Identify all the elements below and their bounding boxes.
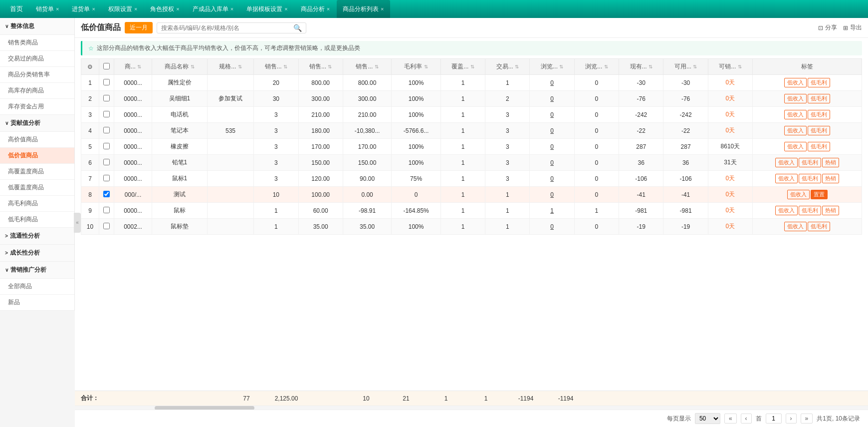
nav-sales[interactable]: 销货单×: [30, 0, 65, 18]
next-page-button[interactable]: ›: [786, 414, 797, 424]
sidebar-item-high-value[interactable]: 高价值商品: [0, 132, 74, 148]
nav-product-analysis-list[interactable]: 商品分析列表×: [337, 0, 390, 18]
close-icon[interactable]: ×: [381, 6, 384, 12]
col-header-available[interactable]: 可用... ⇅: [663, 59, 708, 75]
col-header-current[interactable]: 现有... ⇅: [619, 59, 663, 75]
product-tags: 低收入低毛利: [753, 219, 862, 235]
nav-template-settings[interactable]: 单据模板设置×: [240, 0, 293, 18]
sidebar-item-low-margin[interactable]: 低毛利商品: [0, 212, 74, 228]
row-checkbox[interactable]: [103, 175, 110, 181]
sidebar-section-marketing[interactable]: ∨ 营销推广分析: [0, 262, 74, 279]
footer-col2: 2,125.00: [266, 395, 306, 402]
product-code: 0000...: [114, 139, 152, 155]
sidebar-item-high-coverage[interactable]: 高覆盖度商品: [0, 164, 74, 180]
nav-product-inbound[interactable]: 产成品入库单×: [187, 0, 239, 18]
page-input[interactable]: [766, 414, 782, 424]
sidebar-item-high-margin[interactable]: 高毛利商品: [0, 196, 74, 212]
row-checkbox-cell: [99, 107, 114, 123]
close-icon[interactable]: ×: [327, 6, 330, 12]
gross-margin: 100%: [392, 75, 441, 91]
nav-permissions[interactable]: 权限设置×: [102, 0, 143, 18]
sidebar-section-contribution[interactable]: ∨ 贡献值分析: [0, 115, 74, 132]
share-button[interactable]: ⊡ 分享: [818, 23, 837, 32]
row-checkbox[interactable]: [103, 127, 110, 133]
view-link[interactable]: 1: [550, 207, 554, 214]
search-box: 🔍: [157, 22, 306, 33]
page-size-select[interactable]: 50 100 200: [695, 413, 720, 424]
sidebar-item-low-coverage[interactable]: 低覆盖度商品: [0, 180, 74, 196]
settings-icon[interactable]: ⚙: [87, 63, 93, 70]
header-right: ⊡ 分享 ⊞ 导出: [818, 23, 862, 32]
sidebar-item-traded-products[interactable]: 交易过的商品: [0, 51, 74, 67]
footer-col4: 10: [346, 395, 386, 402]
row-checkbox[interactable]: [103, 143, 110, 149]
saleable-days: 31天: [708, 155, 752, 171]
col-header-s1[interactable]: 销售... ⇅: [254, 59, 298, 75]
sidebar-item-category-sales-rate[interactable]: 商品分类销售率: [0, 67, 74, 83]
sidebar-section-growth[interactable]: > 成长性分析: [0, 245, 74, 262]
nav-home[interactable]: 首页: [4, 0, 29, 18]
col-header-view2[interactable]: 浏览... ⇅: [574, 59, 619, 75]
sidebar-item-inventory-capital[interactable]: 库存资金占用: [0, 99, 74, 115]
row-checkbox[interactable]: [103, 79, 110, 85]
view-link[interactable]: 0: [550, 95, 554, 102]
nav-roles[interactable]: 角色授权×: [144, 0, 185, 18]
last-page-button[interactable]: »: [801, 414, 813, 424]
product-code: 0000...: [114, 155, 152, 171]
export-button[interactable]: ⊞ 导出: [843, 23, 862, 32]
view-link[interactable]: 0: [550, 143, 554, 150]
col-header-view1[interactable]: 浏览... ⇅: [530, 59, 574, 75]
product-name: 鼠标垫: [152, 219, 208, 235]
sidebar-item-new-products[interactable]: 新品: [0, 295, 74, 311]
sidebar-item-all-products[interactable]: 全部商品: [0, 279, 74, 295]
close-icon[interactable]: ×: [92, 6, 95, 12]
nav-purchase[interactable]: 进货单×: [66, 0, 101, 18]
sidebar-item-high-inventory[interactable]: 高库存的商品: [0, 83, 74, 99]
available-stock: -106: [663, 171, 708, 187]
row-checkbox[interactable]: [103, 191, 110, 197]
row-checkbox[interactable]: [103, 159, 110, 165]
col-header-coverage[interactable]: 覆盖... ⇅: [440, 59, 485, 75]
col-header-name[interactable]: 商品名称 ⇅: [152, 59, 208, 75]
sidebar-section-circulation[interactable]: > 流通性分析: [0, 228, 74, 245]
col-header-code[interactable]: 商... ⇅: [114, 59, 152, 75]
filter-button[interactable]: 近一月: [125, 22, 153, 33]
close-icon[interactable]: ×: [284, 6, 287, 12]
col-header-margin[interactable]: 毛利率 ⇅: [392, 59, 441, 75]
col-header-s3[interactable]: 销售... ⇅: [343, 59, 392, 75]
view-link[interactable]: 0: [550, 127, 554, 134]
select-all-checkbox[interactable]: [103, 63, 110, 69]
view-link[interactable]: 0: [550, 191, 554, 198]
row-checkbox[interactable]: [103, 207, 110, 213]
view-link[interactable]: 0: [550, 111, 554, 118]
sidebar-collapse-button[interactable]: «: [74, 213, 81, 233]
gross-margin: -164.85%: [392, 203, 441, 219]
close-icon[interactable]: ×: [176, 6, 179, 12]
view-link[interactable]: 0: [550, 175, 554, 182]
col-header-spec[interactable]: 规格... ⇅: [207, 59, 253, 75]
close-icon[interactable]: ×: [230, 6, 233, 12]
sidebar-item-sales-products[interactable]: 销售类商品: [0, 35, 74, 51]
search-icon[interactable]: 🔍: [293, 24, 302, 32]
row-checkbox[interactable]: [103, 111, 110, 117]
prev-page-button[interactable]: ‹: [741, 414, 752, 424]
view-link[interactable]: 0: [550, 79, 554, 86]
first-page-button[interactable]: «: [724, 414, 737, 424]
search-input[interactable]: [161, 24, 293, 31]
product-name: 属性定价: [152, 75, 208, 91]
row-checkbox[interactable]: [103, 223, 110, 229]
row-checkbox[interactable]: [103, 95, 110, 101]
col-header-s2[interactable]: 销售... ⇅: [298, 59, 343, 75]
close-icon[interactable]: ×: [134, 6, 137, 12]
available-stock: -41: [663, 187, 708, 203]
view-link[interactable]: 0: [550, 223, 554, 230]
nav-product-analysis[interactable]: 商品分析×: [295, 0, 336, 18]
sidebar-section-overall[interactable]: ∨ 整体信息: [0, 18, 74, 35]
sidebar-item-low-value[interactable]: 低价值商品: [0, 148, 74, 164]
col-header-trade[interactable]: 交易... ⇅: [485, 59, 530, 75]
tag-badge: 低收入: [784, 78, 807, 87]
close-icon[interactable]: ×: [56, 6, 59, 12]
view-link[interactable]: 0: [550, 159, 554, 166]
col-header-saleable[interactable]: 可销... ⇅: [708, 59, 752, 75]
horizontal-scrollbar[interactable]: [75, 406, 868, 410]
